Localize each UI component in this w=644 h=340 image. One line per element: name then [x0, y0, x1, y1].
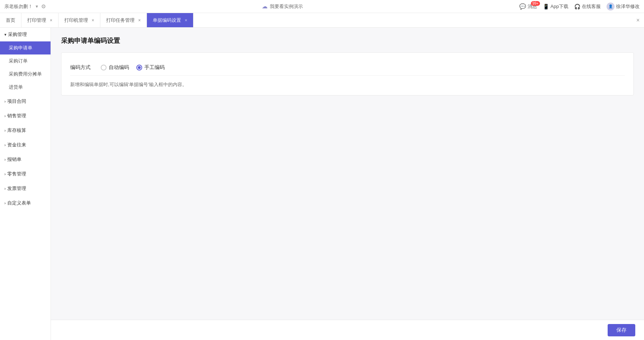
- sidebar-group-sales-label: 销售管理: [7, 113, 26, 119]
- chevron-right-icon-5: ›: [4, 157, 6, 162]
- notification-button[interactable]: 💬 消息 99+: [519, 3, 537, 10]
- phone-icon: 📱: [543, 4, 549, 9]
- radio-group: 自动编码 手工编码: [101, 64, 165, 71]
- setting-card: 编码方式 自动编码 手工编码 新增和编辑单据时,可以编辑'单据编号'输入框中的内…: [61, 52, 634, 96]
- center-text[interactable]: 我要看实例演示: [270, 3, 303, 10]
- radio-auto-label: 自动编码: [109, 64, 129, 71]
- sidebar-item-purchase-expense-label: 采购费用分摊单: [9, 71, 42, 77]
- sidebar-group-capital: › 资金往来: [0, 138, 51, 152]
- sidebar-group-purchase-label: 采购管理: [8, 31, 27, 38]
- sidebar-group-returns-label: 报销单: [7, 156, 21, 163]
- tab-home-label: 首页: [6, 17, 15, 24]
- chevron-right-icon-3: ›: [4, 128, 6, 133]
- tab-printer-mgmt-label: 打印机管理: [64, 17, 88, 24]
- sidebar-group-project-contract: › 项目合同: [0, 94, 51, 108]
- tab-home[interactable]: 首页: [0, 13, 21, 27]
- content-footer: 保存: [51, 320, 644, 340]
- sidebar-group-capital-header[interactable]: › 资金往来: [0, 138, 51, 152]
- radio-manual-option[interactable]: 手工编码: [136, 64, 165, 71]
- radio-auto-circle: [101, 65, 107, 70]
- tab-print-task-close[interactable]: ×: [138, 18, 141, 23]
- sidebar-group-purchase-header[interactable]: ▾ 采购管理: [0, 28, 51, 41]
- sidebar-group-purchase-mgmt: ▾ 采购管理 采购申请单 采购订单 采购费用分摊单 进货单: [0, 28, 51, 94]
- chevron-right-icon-7: ›: [4, 186, 6, 191]
- tab-single-code-label: 单据编码设置: [153, 17, 181, 24]
- sidebar-group-capital-label: 资金往来: [7, 142, 26, 148]
- sidebar-item-purchase-order-label: 采购订单: [9, 58, 28, 64]
- chevron-right-icon-2: ›: [4, 114, 6, 118]
- gear-icon[interactable]: ⚙: [41, 3, 46, 10]
- top-bar-left: 亲老板勿删！ ▾ ⚙: [4, 3, 46, 10]
- close-all-button[interactable]: ×: [632, 13, 644, 27]
- tab-print-mgmt[interactable]: 打印管理 ×: [21, 13, 59, 27]
- sidebar-item-purchase-request-label: 采购申请单: [9, 45, 32, 50]
- sidebar-group-custom-form-header[interactable]: › 自定义表单: [0, 196, 51, 210]
- online-service-button[interactable]: 🎧 在线客服: [574, 3, 601, 10]
- tab-print-task-label: 打印任务管理: [106, 17, 135, 24]
- sidebar-group-sales-mgmt: › 销售管理: [0, 109, 51, 123]
- sidebar-group-retail: › 零售管理: [0, 167, 51, 181]
- sidebar-group-custom-form: › 自定义表单: [0, 196, 51, 210]
- tab-single-code-close[interactable]: ×: [185, 18, 187, 23]
- encoding-label: 编码方式: [70, 64, 92, 71]
- online-service-label: 在线客服: [582, 3, 601, 10]
- tab-print-task[interactable]: 打印任务管理 ×: [100, 13, 147, 27]
- tab-print-mgmt-label: 打印管理: [27, 17, 46, 24]
- radio-manual-label: 手工编码: [144, 64, 165, 71]
- chevron-right-icon-8: ›: [4, 201, 6, 205]
- tab-single-code[interactable]: 单据编码设置 ×: [147, 13, 193, 27]
- cloud-icon: ☁: [262, 3, 268, 10]
- sidebar-group-returns: › 报销单: [0, 153, 51, 166]
- sidebar-item-purchase-expense[interactable]: 采购费用分摊单: [0, 68, 51, 81]
- page-title: 采购申请单编码设置: [61, 36, 634, 45]
- sidebar-item-purchase-request[interactable]: 采购申请单: [0, 41, 51, 54]
- content-inner: 采购申请单编码设置 编码方式 自动编码 手工编码: [51, 28, 644, 320]
- radio-manual-circle: [136, 65, 142, 70]
- headset-icon: 🎧: [574, 4, 580, 9]
- user-name: 徐泽华修改: [616, 3, 640, 10]
- sidebar-group-sales-header[interactable]: › 销售管理: [0, 109, 51, 123]
- tab-bar: 首页 打印管理 × 打印机管理 × 打印任务管理 × 单据编码设置 × ×: [0, 13, 644, 28]
- app-download-button[interactable]: 📱 App下载: [543, 3, 568, 10]
- sidebar-group-invoice-header[interactable]: › 发票管理: [0, 182, 51, 195]
- dropdown-icon[interactable]: ▾: [36, 4, 38, 9]
- sidebar-item-receipt-label: 进货单: [9, 84, 23, 90]
- description-text: 新增和编辑单据时,可以编辑'单据编号'输入框中的内容。: [70, 81, 625, 88]
- chevron-right-icon: ›: [4, 99, 6, 104]
- sidebar-group-custom-form-label: 自定义表单: [7, 200, 31, 206]
- sidebar-item-purchase-order[interactable]: 采购订单: [0, 54, 51, 68]
- notification-icon: 💬: [519, 3, 526, 10]
- top-bar-center: ☁ 我要看实例演示: [262, 3, 303, 10]
- app-download-label: App下载: [551, 3, 568, 10]
- sidebar-group-invoice: › 发票管理: [0, 182, 51, 195]
- sidebar-group-project-label: 项目合同: [7, 98, 26, 105]
- user-profile-button[interactable]: 👤 徐泽华修改: [607, 3, 640, 11]
- avatar-icon: 👤: [608, 4, 613, 8]
- sidebar-group-retail-header[interactable]: › 零售管理: [0, 167, 51, 181]
- notification-badge: 99+: [531, 1, 540, 6]
- avatar: 👤: [607, 3, 615, 11]
- top-bar-right: 💬 消息 99+ 📱 App下载 🎧 在线客服 👤 徐泽华修改: [519, 3, 640, 11]
- sidebar-group-retail-label: 零售管理: [7, 171, 26, 177]
- tab-printer-mgmt[interactable]: 打印机管理 ×: [59, 13, 100, 27]
- sidebar-item-receipt[interactable]: 进货单: [0, 81, 51, 94]
- chevron-right-icon-6: ›: [4, 172, 6, 176]
- chevron-right-icon-4: ›: [4, 143, 6, 147]
- radio-auto-option[interactable]: 自动编码: [101, 64, 129, 71]
- sidebar-group-inventory-header[interactable]: › 库存核算: [0, 124, 51, 137]
- encoding-method-row: 编码方式 自动编码 手工编码: [70, 60, 625, 76]
- sidebar-group-project-header[interactable]: › 项目合同: [0, 94, 51, 108]
- main-layout: ▾ 采购管理 采购申请单 采购订单 采购费用分摊单 进货单 › 项目合同: [0, 28, 644, 340]
- sidebar-group-returns-header[interactable]: › 报销单: [0, 153, 51, 166]
- tab-printer-mgmt-close[interactable]: ×: [92, 18, 94, 23]
- tab-print-mgmt-close[interactable]: ×: [50, 18, 52, 23]
- top-bar: 亲老板勿删！ ▾ ⚙ ☁ 我要看实例演示 💬 消息 99+ 📱 App下载 🎧 …: [0, 0, 644, 13]
- chevron-down-icon: ▾: [4, 32, 7, 37]
- content-area: 采购申请单编码设置 编码方式 自动编码 手工编码: [51, 28, 644, 340]
- sidebar: ▾ 采购管理 采购申请单 采购订单 采购费用分摊单 进货单 › 项目合同: [0, 28, 51, 340]
- sidebar-group-invoice-label: 发票管理: [7, 185, 26, 192]
- sidebar-group-inventory: › 库存核算: [0, 124, 51, 137]
- top-bar-left-text: 亲老板勿删！: [4, 3, 33, 10]
- save-button[interactable]: 保存: [608, 324, 635, 336]
- sidebar-group-inventory-label: 库存核算: [7, 127, 26, 134]
